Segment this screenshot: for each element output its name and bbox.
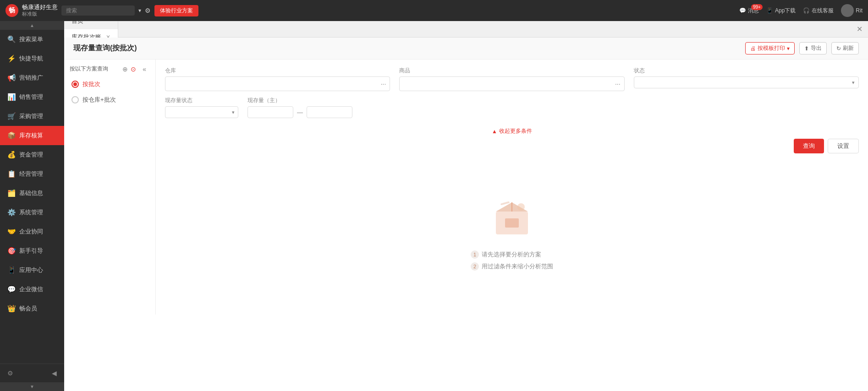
- sidebar-icon-search: 🔍: [7, 35, 16, 43]
- sidebar-icon-purchase: 🛒: [7, 112, 16, 120]
- tip-2-text: 用过滤条件来缩小分析范围: [482, 262, 553, 271]
- sidebar-label-quick-nav: 快捷导航: [19, 54, 43, 63]
- qty-to-input[interactable]: [307, 106, 352, 118]
- filter-add-icon[interactable]: ⊕: [122, 65, 128, 73]
- sidebar-label-purchase: 采购管理: [19, 112, 43, 120]
- refresh-icon: ↻: [836, 45, 841, 52]
- brand-name: 畅康通好生意: [22, 4, 58, 11]
- sidebar-bottom: ⚙ ◀: [0, 364, 64, 382]
- sidebar-icon-wechat: 💬: [7, 285, 16, 293]
- filter-right-area: 仓库 ··· 商品 ···: [156, 60, 868, 315]
- sidebar-icon-sales: 📊: [7, 93, 16, 101]
- messages-item[interactable]: 💬 消息 99+: [739, 7, 759, 15]
- sidebar-label-operations: 经营管理: [19, 170, 43, 178]
- sidebar-item-search[interactable]: 🔍搜索菜单: [0, 30, 64, 49]
- tip-1-text: 请先选择要分析的方案: [482, 250, 541, 259]
- topbar-left: 畅 畅康通好生意 标准版 ▾ ⚙ 体验行业方案: [5, 4, 198, 18]
- sidebar-scroll-down[interactable]: ▼: [0, 382, 64, 391]
- filter-panel-header-actions: ⊕ ⊙ «: [122, 65, 150, 73]
- search-dropdown-icon[interactable]: ▾: [138, 7, 141, 14]
- sidebar-item-sales[interactable]: 📊销售管理: [0, 87, 64, 107]
- goods-input[interactable]: ···: [399, 76, 624, 91]
- online-service-item[interactable]: 🎧 在线客服: [803, 7, 834, 15]
- sidebar-icon-newbie: 🎯: [7, 247, 16, 255]
- app-logo: 畅: [5, 4, 18, 17]
- filter-settings-icon[interactable]: ⊙: [131, 65, 136, 73]
- sidebar-item-finance[interactable]: 💰资金管理: [0, 145, 64, 164]
- refresh-button[interactable]: ↻ 刷新: [831, 42, 859, 54]
- settings-button[interactable]: 设置: [828, 139, 859, 153]
- sidebar-items: 🔍搜索菜单⚡快捷导航📢营销推广📊销售管理🛒采购管理📦库存核算💰资金管理📋经营管理…: [0, 30, 64, 318]
- warehouse-dots-icon[interactable]: ···: [381, 80, 386, 87]
- inventory-status-select[interactable]: 全部 有库存 无库存: [165, 106, 238, 118]
- user-item[interactable]: Rit: [841, 4, 863, 17]
- inventory-status-label: 现存量状态: [165, 97, 238, 104]
- filter-item-warehouse-batch[interactable]: 按仓库+批次: [64, 92, 155, 108]
- collapse-up-icon: ▲: [492, 128, 497, 135]
- sidebar-item-enterprise[interactable]: 🤝企业协同: [0, 222, 64, 241]
- tab-panel-close-icon[interactable]: ✕: [851, 25, 868, 33]
- sidebar-item-appstore[interactable]: 📱应用中心: [0, 261, 64, 280]
- sidebar-item-operations[interactable]: 📋经营管理: [0, 164, 64, 184]
- sidebar-item-inventory[interactable]: 📦库存核算: [0, 126, 64, 145]
- tip-2-num: 2: [471, 262, 479, 271]
- sidebar-item-purchase[interactable]: 🛒采购管理: [0, 107, 64, 126]
- brand-edition: 标准版: [22, 11, 58, 17]
- status-select-wrapper: 正常 停用 ▾: [634, 76, 859, 88]
- sidebar-icon-finance: 💰: [7, 151, 16, 159]
- filter-status-field: 状态 正常 停用 ▾: [634, 67, 859, 91]
- collapse-sidebar-icon[interactable]: ◀: [52, 369, 57, 377]
- filter-item-batch[interactable]: 按批次: [64, 76, 155, 92]
- filter-items: 按批次按仓库+批次: [64, 76, 155, 108]
- settings-icon[interactable]: ⚙: [7, 369, 13, 377]
- sidebar-icon-enterprise: 🤝: [7, 228, 16, 236]
- export-button[interactable]: ⬆ 导出: [799, 42, 827, 54]
- tip-1-num: 1: [471, 250, 479, 259]
- topbar-gear-icon[interactable]: ⚙: [145, 7, 151, 14]
- filter-panel-header-label: 按以下方案查询: [70, 65, 108, 73]
- sidebar-icon-appstore: 📱: [7, 266, 16, 274]
- sidebar-item-system[interactable]: ⚙️系统管理: [0, 203, 64, 222]
- sidebar-icon-marketing: 📢: [7, 74, 16, 82]
- sidebar-label-search: 搜索菜单: [19, 35, 43, 43]
- trial-button[interactable]: 体验行业方案: [154, 5, 198, 16]
- tab-home[interactable]: 首页: [64, 21, 118, 29]
- status-select[interactable]: 正常 停用: [638, 79, 852, 86]
- warehouse-input[interactable]: ···: [165, 76, 390, 91]
- print-dropdown-icon[interactable]: ▾: [787, 45, 790, 52]
- filter-collapse-icon[interactable]: «: [139, 65, 150, 73]
- sidebar-label-basic: 基础信息: [19, 189, 43, 197]
- query-button[interactable]: 查询: [794, 139, 824, 153]
- goods-dots-icon[interactable]: ···: [615, 80, 621, 87]
- empty-state: 1 请先选择要分析的方案 2 用过滤条件来缩小分析范围: [165, 159, 859, 307]
- sidebar-item-basic[interactable]: 🗂️基础信息: [0, 184, 64, 203]
- page-title: 现存量查询(按批次): [73, 43, 137, 53]
- status-label: 状态: [634, 67, 859, 75]
- print-label: 按模板打印: [758, 44, 785, 52]
- empty-tip-1: 1 请先选择要分析的方案: [471, 250, 553, 259]
- sidebar-icon-member: 👑: [7, 304, 16, 313]
- sidebar-item-marketing[interactable]: 📢营销推广: [0, 68, 64, 87]
- app-download-item[interactable]: 📱 App下载: [766, 7, 796, 15]
- sidebar-item-newbie[interactable]: 🎯新手引导: [0, 241, 64, 261]
- qty-dash: —: [297, 109, 303, 116]
- qty-from-input[interactable]: [247, 106, 293, 118]
- qty-main-label: 现存量（主）: [247, 97, 352, 104]
- print-button[interactable]: 🖨 按模板打印 ▾: [745, 42, 795, 54]
- headset-icon: 🎧: [803, 7, 810, 14]
- sidebar-label-wechat: 企业微信: [19, 285, 43, 293]
- message-icon: 💬: [739, 7, 746, 14]
- filter-item-label-warehouse-batch: 按仓库+批次: [82, 96, 116, 104]
- filter-row-2: 现存量状态 全部 有库存 无库存 现存量（主）: [165, 97, 859, 118]
- sidebar-item-member[interactable]: 👑畅会员: [0, 299, 64, 318]
- collapse-label: 收起更多条件: [499, 127, 532, 135]
- search-input[interactable]: [61, 5, 135, 16]
- filter-item-label-batch: 按批次: [82, 80, 100, 88]
- sidebar-scroll-up[interactable]: ▲: [0, 21, 64, 30]
- refresh-label: 刷新: [843, 44, 854, 52]
- sidebar-item-quick-nav[interactable]: ⚡快捷导航: [0, 49, 64, 68]
- sidebar-label-appstore: 应用中心: [19, 266, 43, 274]
- sidebar-label-marketing: 营销推广: [19, 74, 43, 82]
- sidebar-item-wechat[interactable]: 💬企业微信: [0, 280, 64, 299]
- filter-collapse-row[interactable]: ▲ 收起更多条件: [165, 124, 859, 139]
